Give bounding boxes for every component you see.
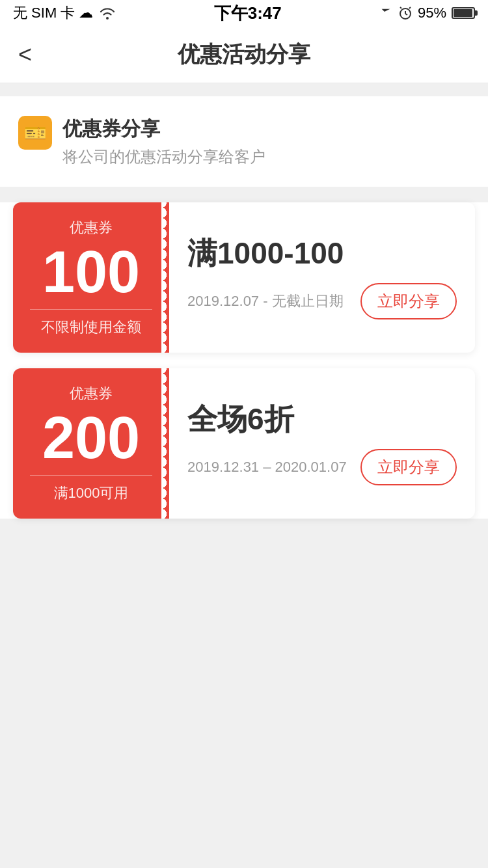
coupon-card: 优惠券 100 不限制使用金额 满1000-100 2019.12.07 - 无… bbox=[13, 202, 475, 353]
svg-line-4 bbox=[409, 7, 411, 8]
top-divider bbox=[0, 83, 488, 96]
status-time: 下午3:47 bbox=[214, 2, 282, 25]
alarm-icon bbox=[398, 6, 413, 20]
coupon-name-1: 满1000-100 bbox=[187, 236, 457, 271]
coupon-amount-1: 100 bbox=[42, 243, 140, 301]
bottom-area bbox=[0, 534, 488, 860]
battery-icon bbox=[452, 7, 475, 19]
coupon-label-2: 优惠券 bbox=[70, 384, 113, 403]
back-button[interactable]: < bbox=[18, 41, 32, 68]
coupon-card-2: 优惠券 200 满1000可用 全场6折 2019.12.31 – 2020.0… bbox=[13, 368, 475, 519]
share-button-2[interactable]: 立即分享 bbox=[360, 449, 457, 485]
coupon-amount-2: 200 bbox=[42, 409, 140, 467]
coupon-name-2: 全场6折 bbox=[187, 401, 457, 437]
coupon-label-1: 优惠券 bbox=[70, 218, 113, 237]
status-right: 95% bbox=[379, 5, 475, 21]
coupon-date-1: 2019.12.07 - 无截止日期 bbox=[187, 292, 344, 311]
section-subtitle: 将公司的优惠活动分享给客户 bbox=[62, 146, 265, 167]
section-icon: 🎫 bbox=[18, 116, 52, 150]
section-header: 🎫 优惠券分享 将公司的优惠活动分享给客户 bbox=[0, 96, 488, 187]
sim-status: 无 SIM 卡 ☁ bbox=[13, 3, 93, 23]
coupon-divider-2 bbox=[30, 475, 152, 476]
status-bar: 无 SIM 卡 ☁ 下午3:47 95% bbox=[0, 0, 488, 26]
share-button-1[interactable]: 立即分享 bbox=[360, 283, 457, 319]
coupon-right-2: 全场6折 2019.12.31 – 2020.01.07 立即分享 bbox=[169, 368, 475, 519]
coupon-right-1: 满1000-100 2019.12.07 - 无截止日期 立即分享 bbox=[169, 202, 475, 353]
coupon-condition-1: 不限制使用金额 bbox=[41, 318, 141, 337]
page-title: 优惠活动分享 bbox=[178, 40, 310, 70]
location-icon bbox=[379, 6, 393, 20]
svg-line-2 bbox=[405, 14, 407, 15]
coupon-left-2: 优惠券 200 满1000可用 bbox=[13, 368, 169, 519]
nav-bar: < 优惠活动分享 bbox=[0, 26, 488, 83]
coupon-date-2: 2019.12.31 – 2020.01.07 bbox=[187, 459, 347, 476]
status-left: 无 SIM 卡 ☁ bbox=[13, 3, 116, 23]
coupon-list: 优惠券 100 不限制使用金额 满1000-100 2019.12.07 - 无… bbox=[0, 202, 488, 519]
section-text: 优惠券分享 将公司的优惠活动分享给客户 bbox=[62, 116, 265, 167]
coupon-left-1: 优惠券 100 不限制使用金额 bbox=[13, 202, 169, 353]
coupon-condition-2: 满1000可用 bbox=[54, 483, 129, 503]
svg-line-3 bbox=[400, 7, 401, 8]
section-title: 优惠券分享 bbox=[62, 116, 265, 142]
coupon-divider-1 bbox=[30, 309, 152, 310]
wifi-icon bbox=[98, 7, 116, 20]
battery-percent: 95% bbox=[418, 5, 446, 21]
coupon-meta-2: 2019.12.31 – 2020.01.07 立即分享 bbox=[187, 449, 457, 485]
coupon-meta-1: 2019.12.07 - 无截止日期 立即分享 bbox=[187, 283, 457, 319]
